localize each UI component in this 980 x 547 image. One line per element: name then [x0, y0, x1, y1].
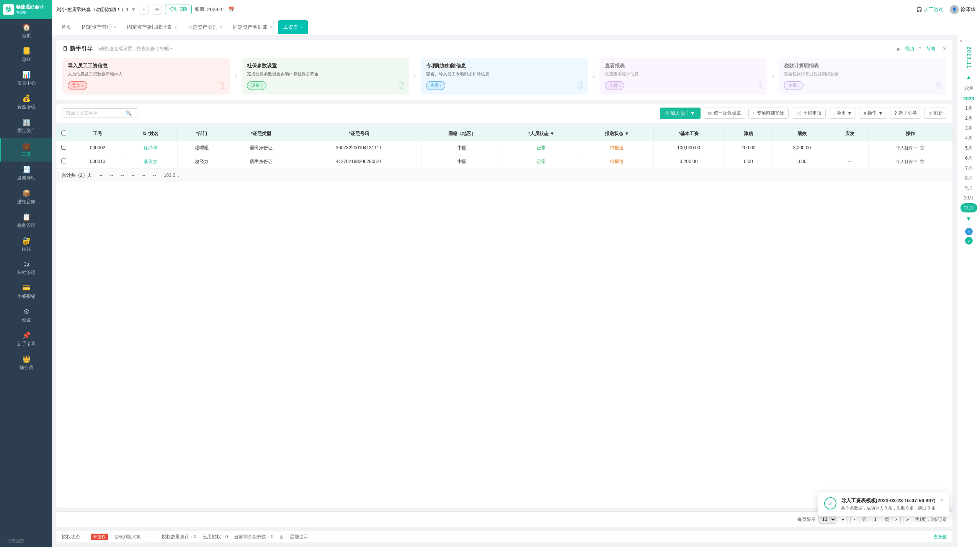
sidebar-item-inventory[interactable]: 📦 进销台账: [0, 185, 52, 209]
sidebar-item-reports[interactable]: 📊 报表中心: [0, 67, 52, 90]
row-2-base-salary: 3,200.00: [653, 155, 724, 168]
step-1-btn[interactable]: 导入 ›: [68, 81, 87, 90]
activate-link[interactable]: 去充值: [933, 534, 947, 540]
per-page-select[interactable]: 10: [818, 515, 836, 524]
tab-fixed-assets-detail[interactable]: 固定资产明细账 ×: [228, 20, 277, 34]
add-person-btn[interactable]: 添加人员 ▼: [660, 108, 701, 119]
month-8[interactable]: 8月: [960, 173, 977, 183]
row-1-name-link[interactable]: 徐泽华: [144, 145, 157, 150]
sidebar-item-finance[interactable]: 💰 资金管理: [0, 90, 52, 114]
tab-home[interactable]: 首页: [56, 20, 76, 34]
green-action-btn[interactable]: ✓: [965, 237, 973, 245]
tab-fixed-assets-category[interactable]: 固定资产类别 ×: [183, 20, 227, 34]
month-10[interactable]: 10月: [960, 193, 977, 202]
search-box[interactable]: 🔍: [62, 108, 138, 118]
row-checkbox-1[interactable]: [56, 141, 72, 155]
payroll-table-wrap: 工号 ⇅ *姓名 *部门 *证照类型 *证照号码 国籍（地区） *人员状态: [56, 127, 952, 508]
status-filter-icon[interactable]: ▼: [550, 131, 555, 136]
sidebar-item-closing[interactable]: 🔐 结账: [0, 233, 52, 256]
month-11-current[interactable]: 11月: [960, 203, 977, 212]
user-info[interactable]: 👤 徐泽华: [950, 5, 975, 14]
onboarding-video-link[interactable]: 视频: [905, 46, 914, 52]
step-4-btn[interactable]: 查看 ›: [605, 81, 624, 90]
col-report-status[interactable]: 报送状态 ▼: [580, 127, 653, 141]
tab-payroll[interactable]: 工资表 ×: [278, 20, 308, 34]
row-checkbox-2[interactable]: [56, 155, 72, 168]
operations-btn[interactable]: ≡ 操作 ▼: [859, 108, 887, 119]
month-6[interactable]: 6月: [960, 153, 977, 163]
month-4[interactable]: 4月: [960, 134, 977, 143]
sidebar-item-expense[interactable]: 💳 小畅报销: [0, 280, 52, 304]
toast-close-btn[interactable]: ×: [940, 497, 943, 503]
sidebar-unpin[interactable]: ←取消固定: [0, 535, 52, 547]
onboarding-help-link[interactable]: 帮助: [926, 46, 935, 52]
sidebar-item-payroll[interactable]: 💼 工资: [0, 138, 52, 162]
account-selector[interactable]: 刘小艳演示账套（勿删勿动！）1 ▼: [56, 6, 136, 13]
month-5[interactable]: 5月: [960, 144, 977, 153]
sidebar-item-tax[interactable]: 📋 税务管理: [0, 209, 52, 233]
steps-container: 导入员工工资信息 人员信息及工资数据新增导入 导入 › 1 › 社保参数设置 完…: [62, 58, 946, 95]
onboarding-close-btn[interactable]: ×: [943, 46, 946, 52]
sidebar-item-settings[interactable]: ⚙ 设置: [0, 304, 52, 327]
tab-fixed-assets-depreciation[interactable]: 固定资产折旧统计表 ×: [122, 20, 181, 34]
row-2-checkbox[interactable]: [61, 158, 66, 163]
col-name[interactable]: ⇅ *姓名: [124, 127, 178, 141]
report-filter-icon[interactable]: ▼: [624, 131, 629, 136]
step-3-btn[interactable]: 查看 ›: [426, 81, 446, 90]
sidebar-item-archive[interactable]: 🗂 归档管理: [0, 256, 52, 280]
row-2-delete-icon[interactable]: 🗑: [920, 158, 924, 164]
sidebar-item-fixed-assets[interactable]: 🏢 固定资产: [0, 114, 52, 138]
settings-btn[interactable]: ⚙: [152, 5, 162, 15]
calendar-icon[interactable]: 📅: [229, 7, 235, 12]
page-label-post: 页: [885, 516, 889, 523]
export-btn[interactable]: ↓ 导出 ▼: [829, 108, 856, 119]
close-tab-category[interactable]: ×: [220, 25, 222, 29]
panel-toggle-btn[interactable]: «: [960, 38, 962, 44]
ai-consult-btn[interactable]: 🎧 人工咨询: [916, 6, 944, 13]
close-tab-detail[interactable]: ×: [270, 25, 272, 29]
search-input[interactable]: [66, 111, 123, 116]
tab-fixed-assets[interactable]: 固定资产管理 ×: [77, 20, 121, 34]
add-account-btn[interactable]: +: [139, 5, 149, 15]
sidebar-item-invoicing[interactable]: 🧾 发票管理: [0, 162, 52, 185]
row-1-delete-icon[interactable]: 🗑: [920, 145, 924, 150]
step-arrow-2: ›: [409, 72, 421, 80]
row-2-name-link[interactable]: 李俊杰: [144, 159, 157, 164]
blue-action-btn[interactable]: ↑: [965, 228, 973, 235]
close-tab-payroll[interactable]: ×: [301, 25, 303, 29]
step-5-btn[interactable]: 查看 ›: [784, 81, 804, 90]
close-tab-fixed-assets[interactable]: ×: [114, 25, 116, 29]
col-payable: 应发: [831, 127, 869, 141]
row-1-edit-icon[interactable]: ✏: [914, 145, 918, 150]
month-7[interactable]: 7月: [960, 163, 977, 173]
page-input[interactable]: [869, 516, 882, 523]
month-down-arrow[interactable]: ▼: [957, 212, 980, 225]
select-all-checkbox[interactable]: [61, 131, 66, 136]
guide-btn[interactable]: ? 新手引导: [890, 108, 921, 119]
step-2-btn[interactable]: 设置 ›: [247, 81, 266, 90]
refresh-btn[interactable]: ↺ 刷新: [924, 108, 947, 119]
sidebar-item-member[interactable]: 👑 畅会员: [0, 351, 52, 375]
col-status[interactable]: *人员状态 ▼: [503, 127, 580, 141]
month-2[interactable]: 2月: [960, 114, 977, 123]
month-up-arrow[interactable]: ▲: [957, 71, 980, 84]
month-1[interactable]: 1月: [960, 104, 977, 113]
switch-version-btn[interactable]: 切到旧版: [165, 5, 192, 14]
sidebar-item-guide[interactable]: 📌 新手引导: [0, 327, 52, 351]
month-3[interactable]: 3月: [960, 124, 977, 133]
personal-tax-btn[interactable]: 📄 个税申报: [792, 108, 826, 119]
special-deduction-btn[interactable]: + 专项附加扣除: [748, 108, 789, 119]
sidebar-item-home[interactable]: 🏠 首页: [0, 19, 52, 43]
add-btn-dropdown[interactable]: ▼: [688, 110, 695, 116]
row-2-name[interactable]: 李俊杰: [124, 155, 178, 168]
sidebar-item-ledger[interactable]: 📒 总账: [0, 43, 52, 67]
month-12[interactable]: 12月: [960, 84, 977, 93]
select-all-header[interactable]: [56, 127, 72, 141]
row-1-checkbox[interactable]: [61, 145, 66, 150]
topbar: 刘小艳演示账套（勿删勿动！）1 ▼ + ⚙ 切到旧版 账期 2023-11 📅 …: [52, 0, 980, 19]
social-security-btn[interactable]: ⚙ 统一社保设置: [704, 108, 745, 119]
close-tab-depreciation[interactable]: ×: [174, 25, 176, 29]
month-9[interactable]: 9月: [960, 183, 977, 193]
row-2-edit-icon[interactable]: ✏: [914, 158, 918, 164]
row-1-name[interactable]: 徐泽华: [124, 141, 178, 155]
